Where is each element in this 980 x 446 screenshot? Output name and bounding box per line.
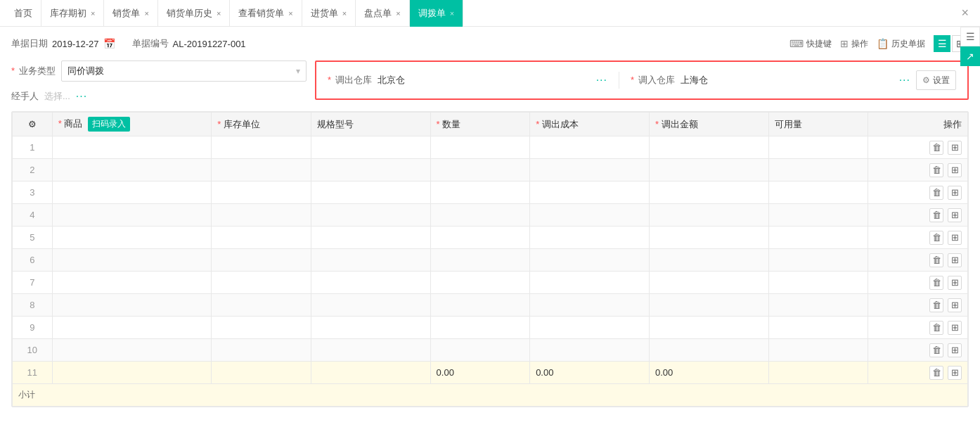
tab-stock-init-close[interactable]: × [91, 9, 95, 18]
row-copy-icon[interactable]: ⊞ [948, 186, 962, 200]
row-unit-cell[interactable] [212, 272, 311, 294]
row-amount-cell[interactable] [650, 159, 769, 181]
row-delete-icon[interactable]: 🗑 [929, 163, 943, 177]
row-amount-cell[interactable] [650, 204, 769, 227]
row-copy-icon[interactable]: ⊞ [948, 298, 962, 312]
row-delete-icon[interactable]: 🗑 [929, 343, 943, 357]
row-product-cell[interactable] [52, 227, 212, 249]
row-amount-cell[interactable] [650, 294, 769, 317]
row-product-cell[interactable] [52, 339, 212, 362]
settings-button[interactable]: ⚙ 设置 [916, 70, 956, 90]
row-unit-cell[interactable] [212, 204, 311, 227]
row-qty-cell[interactable] [430, 317, 530, 339]
row-product-cell[interactable] [52, 317, 212, 339]
tab-purchase[interactable]: 进货单 × [302, 0, 356, 27]
row-cost-cell[interactable] [530, 227, 650, 249]
row-unit-cell[interactable] [212, 249, 311, 272]
row-unit-cell[interactable] [212, 294, 311, 317]
row-delete-icon[interactable]: 🗑 [929, 321, 943, 335]
row-amount-cell[interactable] [650, 249, 769, 272]
warehouse-in-more-button[interactable]: ··· [899, 74, 910, 87]
row-delete-icon[interactable]: 🗑 [929, 186, 943, 200]
row-product-cell[interactable] [52, 159, 212, 181]
row-cost-cell[interactable] [530, 339, 650, 362]
row-qty-cell[interactable] [430, 181, 530, 204]
row-delete-icon[interactable]: 🗑 [929, 231, 943, 245]
tab-transfer[interactable]: 调拨单 × [410, 0, 463, 27]
shortcut-button[interactable]: ⌨ 快捷键 [789, 38, 832, 50]
row-cost-cell[interactable] [530, 317, 650, 339]
row-delete-icon[interactable]: 🗑 [929, 253, 943, 267]
row-amount-cell[interactable] [650, 227, 769, 249]
row-product-cell[interactable] [52, 294, 212, 317]
global-close-button[interactable]: × [955, 6, 974, 20]
row-product-cell[interactable] [52, 181, 212, 204]
row-product-cell[interactable] [52, 204, 212, 227]
row-product-cell[interactable] [52, 136, 212, 159]
row-qty-cell[interactable] [430, 294, 530, 317]
row-spec-cell[interactable] [311, 136, 430, 159]
tab-sales-order[interactable]: 销货单 × [104, 0, 157, 27]
row-cost-cell[interactable] [530, 294, 650, 317]
warehouse-out-more-button[interactable]: ··· [596, 74, 607, 87]
row-spec-cell[interactable] [311, 294, 430, 317]
row-unit-cell[interactable] [212, 136, 311, 159]
row-copy-icon[interactable]: ⊞ [948, 253, 962, 267]
row-spec-cell[interactable] [311, 227, 430, 249]
row-qty-cell[interactable] [430, 272, 530, 294]
tab-home[interactable]: 首页 [6, 0, 41, 27]
tab-sales-history[interactable]: 销货单历史 × [158, 0, 230, 27]
grid-list-btn[interactable]: ☰ [934, 35, 950, 52]
row-copy-icon[interactable]: ⊞ [948, 321, 962, 335]
row-unit-cell[interactable] [212, 317, 311, 339]
row-cost-cell[interactable] [530, 181, 650, 204]
row-copy-icon[interactable]: ⊞ [948, 343, 962, 357]
col-gear[interactable]: ⚙ [13, 113, 53, 136]
row-copy-icon[interactable]: ⊞ [948, 231, 962, 245]
row-cost-cell[interactable] [530, 249, 650, 272]
calendar-icon[interactable]: 📅 [103, 38, 115, 49]
side-list-button[interactable]: ☰ [960, 27, 980, 46]
row-copy-icon[interactable]: ⊞ [948, 208, 962, 222]
row-amount-cell[interactable] [650, 317, 769, 339]
tab-inventory-close[interactable]: × [396, 9, 400, 18]
tab-view-sales[interactable]: 查看销货单 × [230, 0, 302, 27]
row-cost-cell[interactable] [530, 204, 650, 227]
row-cost-cell[interactable] [530, 272, 650, 294]
row-spec-cell[interactable] [311, 339, 430, 362]
tab-view-sales-close[interactable]: × [288, 9, 292, 18]
history-button[interactable]: 📋 历史单据 [877, 38, 925, 50]
row-copy-icon[interactable]: ⊞ [948, 141, 962, 155]
row-amount-cell[interactable] [650, 181, 769, 204]
row-delete-icon[interactable]: 🗑 [929, 298, 943, 312]
row-qty-cell[interactable] [430, 249, 530, 272]
row-cost-cell[interactable] [530, 136, 650, 159]
row-delete-icon[interactable]: 🗑 [929, 141, 943, 155]
tab-purchase-close[interactable]: × [342, 9, 347, 18]
row-qty-cell[interactable] [430, 204, 530, 227]
side-export-button[interactable]: ↗ [960, 46, 980, 66]
handler-placeholder[interactable]: 选择... [44, 90, 70, 103]
row-delete-icon[interactable]: 🗑 [929, 366, 943, 380]
row-spec-cell[interactable] [311, 159, 430, 181]
row-copy-icon[interactable]: ⊞ [948, 163, 962, 177]
row-delete-icon[interactable]: 🗑 [929, 276, 943, 290]
row-amount-cell[interactable] [650, 136, 769, 159]
row-unit-cell[interactable] [212, 339, 311, 362]
tab-sales-history-close[interactable]: × [217, 9, 221, 18]
scan-button[interactable]: 扫码录入 [88, 117, 130, 132]
row-unit-cell[interactable] [212, 181, 311, 204]
row-product-cell[interactable] [52, 249, 212, 272]
row-unit-cell[interactable] [212, 159, 311, 181]
row-cost-cell[interactable] [530, 159, 650, 181]
row-amount-cell[interactable] [650, 272, 769, 294]
handler-more-button[interactable]: ··· [76, 90, 87, 103]
tab-sales-order-close[interactable]: × [144, 9, 148, 18]
row-spec-cell[interactable] [311, 317, 430, 339]
row-qty-cell[interactable] [430, 159, 530, 181]
row-amount-cell[interactable] [650, 339, 769, 362]
row-qty-cell[interactable] [430, 339, 530, 362]
tab-transfer-close[interactable]: × [450, 9, 454, 18]
row-qty-cell[interactable] [430, 227, 530, 249]
row-qty-cell[interactable] [430, 136, 530, 159]
